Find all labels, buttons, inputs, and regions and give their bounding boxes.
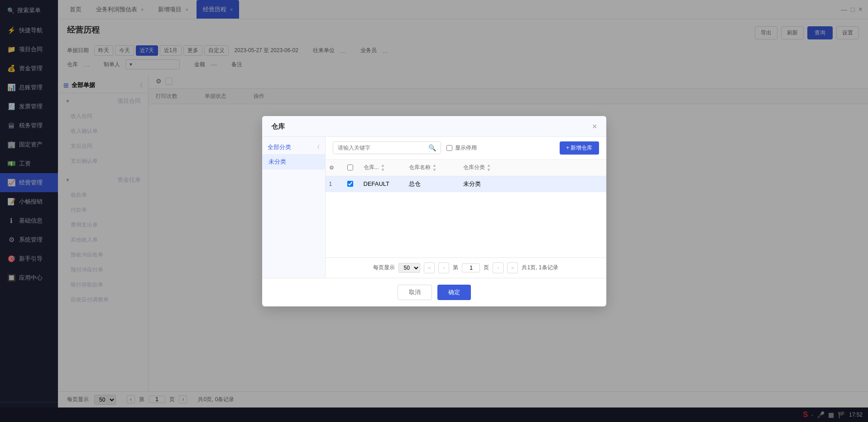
col-settings-icon: ⚙ xyxy=(329,165,334,171)
col-code-sort[interactable]: ▲ ▼ xyxy=(381,163,385,172)
col-header-name: 仓库名称 ▲ ▼ xyxy=(405,163,460,172)
row-code-cell: DEFAULT xyxy=(360,180,405,188)
all-categories-label: 全部分类 xyxy=(268,143,291,151)
first-page-button[interactable]: « xyxy=(424,262,435,273)
row-checkbox-cell[interactable] xyxy=(344,180,360,188)
row-code: DEFAULT xyxy=(364,180,390,187)
page-suffix: 页 xyxy=(484,264,489,272)
show-disabled-checkbox[interactable] xyxy=(446,145,452,151)
page-size-label: 每页显示 xyxy=(373,264,395,272)
modal-body: 全部分类 《 未分类 🔍 显示停用 xyxy=(262,137,606,278)
col-category-label: 仓库分类 xyxy=(463,164,485,171)
pagination-total-info: 共1页, 1条记录 xyxy=(522,264,558,272)
modal-close-button[interactable]: × xyxy=(592,122,597,131)
row-index: 1 xyxy=(329,181,332,187)
col-header-checkbox[interactable] xyxy=(344,163,360,172)
col-header-category: 仓库分类 ▲ ▼ xyxy=(460,163,514,172)
modal-sidebar-uncategorized[interactable]: 未分类 xyxy=(262,154,325,170)
uncategorized-label: 未分类 xyxy=(269,158,286,165)
show-disabled-area[interactable]: 显示停用 xyxy=(446,144,477,152)
modal-pagination: 每页显示 50 « ‹ 第 页 › » 共1页, 1条记录 xyxy=(326,257,606,278)
modal-page-size-select[interactable]: 50 xyxy=(398,263,420,273)
row-name: 总仓 xyxy=(409,180,421,188)
modal-table-header: ⚙ 仓库... ▲ ▼ 仓库名称 xyxy=(326,160,606,176)
show-disabled-label: 显示停用 xyxy=(455,144,477,152)
last-page-button[interactable]: » xyxy=(507,262,518,273)
modal-main: 🔍 显示停用 + 新增仓库 ⚙ xyxy=(326,137,606,278)
modal-table: ⚙ 仓库... ▲ ▼ 仓库名称 xyxy=(326,160,606,257)
row-settings-cell: 1 xyxy=(326,180,344,188)
col-category-sort[interactable]: ▲ ▼ xyxy=(487,163,491,172)
col-code-label: 仓库... xyxy=(364,164,379,171)
modal-search-button[interactable]: 🔍 xyxy=(424,142,441,154)
col-name-sort[interactable]: ▲ ▼ xyxy=(432,163,437,172)
sidebar-collapse-icon[interactable]: 《 xyxy=(315,144,320,150)
modal-sidebar-all-categories[interactable]: 全部分类 《 xyxy=(262,141,325,154)
next-page-button[interactable]: › xyxy=(493,262,504,273)
modal-actions: 取消 确定 xyxy=(262,278,606,306)
col-header-code: 仓库... ▲ ▼ xyxy=(360,163,405,172)
modal-search-box[interactable]: 🔍 xyxy=(333,141,441,154)
modal-search-input[interactable] xyxy=(333,142,424,153)
page-number-input[interactable] xyxy=(462,263,480,272)
table-row[interactable]: 1 DEFAULT 总仓 未分类 xyxy=(326,176,606,192)
col-name-label: 仓库名称 xyxy=(409,164,431,171)
prev-page-button[interactable]: ‹ xyxy=(438,262,449,273)
add-warehouse-button[interactable]: + 新增仓库 xyxy=(560,141,599,155)
row-name-cell: 总仓 xyxy=(405,180,460,188)
row-checkbox[interactable] xyxy=(347,181,353,187)
cancel-button[interactable]: 取消 xyxy=(398,285,432,300)
warehouse-modal: 仓库 × 全部分类 《 未分类 🔍 xyxy=(262,116,606,306)
page-label: 第 xyxy=(453,264,458,272)
modal-title: 仓库 xyxy=(271,122,285,131)
modal-toolbar: 🔍 显示停用 + 新增仓库 xyxy=(326,137,606,160)
confirm-button[interactable]: 确定 xyxy=(437,285,471,300)
col-header-settings[interactable]: ⚙ xyxy=(326,163,344,172)
modal-sidebar: 全部分类 《 未分类 xyxy=(262,137,326,278)
row-category: 未分类 xyxy=(463,180,481,188)
table-select-all[interactable] xyxy=(347,165,353,170)
row-category-cell: 未分类 xyxy=(460,180,514,188)
modal-header: 仓库 × xyxy=(262,116,606,137)
